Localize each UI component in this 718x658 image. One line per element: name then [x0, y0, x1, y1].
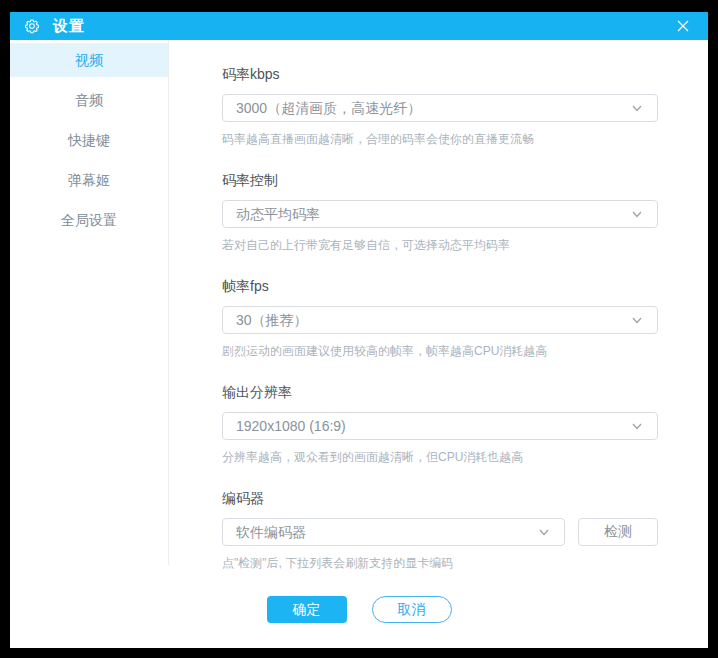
bitrate-control-select-value: 动态平均码率 [236, 207, 630, 221]
section-bitrate: 码率kbps 3000（超清画质，高速光纤） 码率越高直播画面越清晰，合理的码率… [222, 64, 658, 148]
resolution-helper-text: 分辨率越高，观众看到的画面越清晰，但CPU消耗也越高 [222, 449, 658, 466]
encoder-select-value: 软件编码器 [236, 525, 537, 539]
chevron-down-icon [630, 101, 644, 115]
settings-form: 码率kbps 3000（超清画质，高速光纤） 码率越高直播画面越清晰，合理的码率… [168, 40, 708, 648]
sidebar-divider [168, 40, 169, 565]
gear-icon [24, 18, 40, 34]
chevron-down-icon [537, 525, 551, 539]
bitrate-control-helper-text: 若对自己的上行带宽有足够自信，可选择动态平均码率 [222, 237, 658, 254]
bitrate-control-select[interactable]: 动态平均码率 [222, 200, 658, 228]
bitrate-control-label: 码率控制 [222, 170, 658, 190]
resolution-label: 输出分辨率 [222, 382, 658, 402]
sidebar-item-danmaku[interactable]: 弹幕姬 [10, 163, 168, 197]
resolution-select-value: 1920x1080 (16:9) [236, 419, 630, 433]
sidebar-item-video[interactable]: 视频 [10, 43, 168, 77]
fps-helper-text: 剧烈运动的画面建议使用较高的帧率，帧率越高CPU消耗越高 [222, 343, 658, 360]
resolution-select[interactable]: 1920x1080 (16:9) [222, 412, 658, 440]
bitrate-helper-text: 码率越高直播画面越清晰，合理的码率会使你的直播更流畅 [222, 131, 658, 148]
sidebar-item-audio[interactable]: 音频 [10, 83, 168, 117]
confirm-button[interactable]: 确定 [267, 596, 347, 623]
titlebar: 设置 [10, 12, 708, 40]
encoder-helper-text: 点"检测"后, 下拉列表会刷新支持的显卡编码 [222, 555, 658, 572]
dialog-footer: 确定 取消 [10, 596, 708, 623]
encoder-select[interactable]: 软件编码器 [222, 518, 565, 546]
close-icon [676, 19, 690, 33]
bitrate-label: 码率kbps [222, 64, 658, 84]
section-encoder: 编码器 软件编码器 检测 点"检测"后, 下拉列表会刷新支持的显卡编码 [222, 488, 658, 572]
sidebar-item-global-settings[interactable]: 全局设置 [10, 203, 168, 237]
encoder-label: 编码器 [222, 488, 658, 508]
fps-label: 帧率fps [222, 276, 658, 296]
dialog-title: 设置 [53, 17, 85, 36]
section-bitrate-control: 码率控制 动态平均码率 若对自己的上行带宽有足够自信，可选择动态平均码率 [222, 170, 658, 254]
dialog-body: 视频 音频 快捷键 弹幕姬 全局设置 码率kbps 3000（超清画质，高速光纤… [10, 40, 708, 648]
bitrate-select-value: 3000（超清画质，高速光纤） [236, 101, 630, 115]
sidebar: 视频 音频 快捷键 弹幕姬 全局设置 [10, 40, 168, 648]
chevron-down-icon [630, 207, 644, 221]
sidebar-item-hotkeys[interactable]: 快捷键 [10, 123, 168, 157]
chevron-down-icon [630, 419, 644, 433]
fps-select[interactable]: 30（推荐） [222, 306, 658, 334]
fps-select-value: 30（推荐） [236, 313, 630, 327]
settings-dialog: 设置 视频 音频 快捷键 弹幕姬 全局设置 码率kbps 3000（超清 [10, 12, 708, 648]
cancel-button[interactable]: 取消 [372, 596, 452, 623]
section-fps: 帧率fps 30（推荐） 剧烈运动的画面建议使用较高的帧率，帧率越高CPU消耗越… [222, 276, 658, 360]
section-resolution: 输出分辨率 1920x1080 (16:9) 分辨率越高，观众看到的画面越清晰，… [222, 382, 658, 466]
close-button[interactable] [672, 15, 694, 37]
detect-button[interactable]: 检测 [578, 518, 658, 546]
chevron-down-icon [630, 313, 644, 327]
bitrate-select[interactable]: 3000（超清画质，高速光纤） [222, 94, 658, 122]
